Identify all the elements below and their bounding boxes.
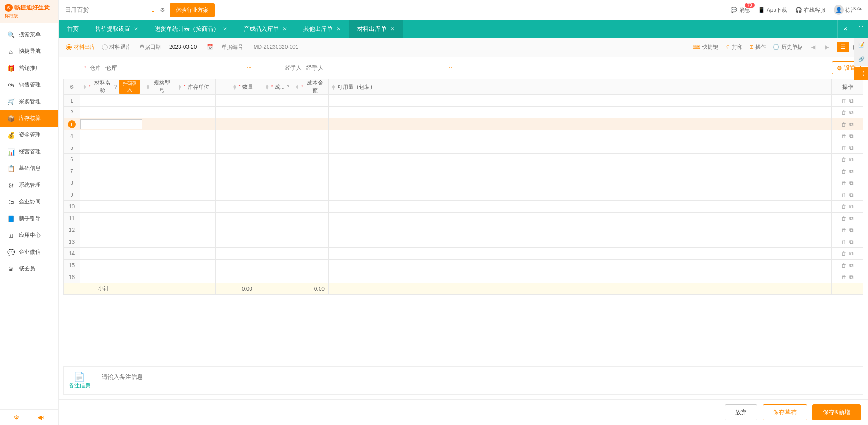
nav-item-12[interactable]: ⊞应用中心 xyxy=(0,227,58,244)
copy-icon[interactable]: ⧉ xyxy=(849,98,854,104)
copy-icon[interactable]: ⧉ xyxy=(849,274,854,280)
discard-button[interactable]: 放弃 xyxy=(725,404,757,420)
rail-link-icon[interactable]: 🔗 xyxy=(854,52,868,66)
col-material[interactable]: ▲▼*材料名称?扫码录入 xyxy=(80,79,143,95)
messages-link[interactable]: 💬 消息 70 xyxy=(731,6,750,14)
radio-material-return[interactable]: 材料退库 xyxy=(102,43,131,51)
user-menu[interactable]: 👤 徐泽华 xyxy=(834,5,862,15)
copy-icon[interactable]: ⧉ xyxy=(849,133,854,139)
nav-item-1[interactable]: ⌂快捷导航 xyxy=(0,43,58,60)
copy-icon[interactable]: ⧉ xyxy=(849,227,854,233)
save-new-button[interactable]: 保存&新增 xyxy=(812,404,861,420)
copy-icon[interactable]: ⧉ xyxy=(849,121,854,128)
rail-expand-icon[interactable]: ⛶ xyxy=(854,67,868,80)
scan-chip[interactable]: 扫码录入 xyxy=(119,80,140,94)
close-icon[interactable]: ✕ xyxy=(134,26,138,32)
col-avail[interactable]: ▲▼可用量（包装） xyxy=(329,79,832,95)
delete-icon[interactable]: 🗑 xyxy=(841,180,847,186)
copy-icon[interactable]: ⧉ xyxy=(849,109,854,116)
col-cost-amt[interactable]: ▲▼*成本金额 xyxy=(292,79,329,95)
close-icon[interactable]: ✕ xyxy=(336,26,341,32)
prev-doc-icon[interactable]: ◀ xyxy=(809,44,817,50)
delete-icon[interactable]: 🗑 xyxy=(841,109,847,116)
add-row-icon[interactable]: + xyxy=(68,120,76,128)
save-draft-button[interactable]: 保存草稿 xyxy=(763,404,807,420)
tab-close-all-icon[interactable]: ✕ xyxy=(837,20,853,38)
remark-input[interactable] xyxy=(95,367,863,394)
copy-icon[interactable]: ⧉ xyxy=(849,203,854,210)
copy-icon[interactable]: ⧉ xyxy=(849,250,854,257)
next-doc-icon[interactable]: ▶ xyxy=(823,44,831,50)
handler-input[interactable] xyxy=(305,62,441,73)
copy-icon[interactable]: ⧉ xyxy=(849,215,854,222)
col-config[interactable]: ⚙ xyxy=(64,79,80,95)
delete-icon[interactable]: 🗑 xyxy=(841,227,847,233)
delete-icon[interactable]: 🗑 xyxy=(841,274,847,280)
close-icon[interactable]: ✕ xyxy=(223,26,227,32)
delete-icon[interactable]: 🗑 xyxy=(841,239,847,245)
nav-item-10[interactable]: 🗂企业协同 xyxy=(0,194,58,210)
delete-icon[interactable]: 🗑 xyxy=(841,215,847,222)
col-qty[interactable]: ▲▼*数量 xyxy=(216,79,256,95)
copy-icon[interactable]: ⧉ xyxy=(849,180,854,186)
delete-icon[interactable]: 🗑 xyxy=(841,203,847,210)
close-icon[interactable]: ✕ xyxy=(283,26,287,32)
tab-3[interactable]: 产成品入库单✕ xyxy=(236,20,295,38)
cta-button[interactable]: 体验行业方案 xyxy=(170,3,215,17)
col-spec[interactable]: ▲▼规格型号 xyxy=(143,79,175,95)
delete-icon[interactable]: 🗑 xyxy=(841,121,847,128)
warehouse-picker-icon[interactable]: ⋯ xyxy=(244,65,255,71)
material-input[interactable] xyxy=(80,119,142,129)
gear-icon[interactable]: ⚙ xyxy=(160,7,165,13)
copy-icon[interactable]: ⧉ xyxy=(849,156,854,163)
support-link[interactable]: 🎧 在线客服 xyxy=(795,6,826,14)
col-unit[interactable]: ▲▼*库存单位 xyxy=(175,79,216,95)
nav-item-3[interactable]: 🛍销售管理 xyxy=(0,76,58,93)
nav-item-0[interactable]: 🔍搜索菜单 xyxy=(0,26,58,43)
nav-item-6[interactable]: 💰资金管理 xyxy=(0,127,58,143)
collapse-icon[interactable]: ◀» xyxy=(38,414,45,420)
category-dropdown[interactable]: 日用百货 ⌄ xyxy=(65,6,156,14)
delete-icon[interactable]: 🗑 xyxy=(841,250,847,257)
tab-5[interactable]: 材料出库单✕ xyxy=(349,20,403,38)
nav-item-8[interactable]: 📋基础信息 xyxy=(0,160,58,177)
nav-item-9[interactable]: ⚙系统管理 xyxy=(0,177,58,194)
history-button[interactable]: 🕘历史单据 xyxy=(773,43,803,51)
warehouse-input[interactable] xyxy=(104,62,240,73)
copy-icon[interactable]: ⧉ xyxy=(849,145,854,151)
copy-icon[interactable]: ⧉ xyxy=(849,262,854,269)
delete-icon[interactable]: 🗑 xyxy=(841,262,847,269)
radio-material-out[interactable]: 材料出库 xyxy=(66,43,95,51)
rail-note-icon[interactable]: 📝 xyxy=(854,38,868,52)
nav-item-13[interactable]: 💬企业微信 xyxy=(0,244,58,260)
date-value[interactable]: 2023-03-20 xyxy=(169,44,197,50)
operation-button[interactable]: ⊞操作 xyxy=(749,43,766,51)
nav-item-7[interactable]: 📊经营管理 xyxy=(0,143,58,160)
col-cost[interactable]: ▲▼*成...? xyxy=(256,79,292,95)
tab-2[interactable]: 进货单统计表（按商品）✕ xyxy=(146,20,236,38)
help-icon[interactable]: ? xyxy=(114,84,117,90)
print-button[interactable]: 🖨打印 xyxy=(725,43,743,51)
shortcut-button[interactable]: ⌨快捷键 xyxy=(693,43,718,51)
settings-icon[interactable]: ⚙ xyxy=(14,414,19,420)
delete-icon[interactable]: 🗑 xyxy=(841,192,847,198)
help-icon[interactable]: ? xyxy=(287,84,289,90)
copy-icon[interactable]: ⧉ xyxy=(849,168,854,175)
nav-item-11[interactable]: 📘新手引导 xyxy=(0,210,58,227)
copy-icon[interactable]: ⧉ xyxy=(849,192,854,198)
nav-item-2[interactable]: 🎁营销推广 xyxy=(0,60,58,76)
nav-item-4[interactable]: 🛒采购管理 xyxy=(0,93,58,110)
delete-icon[interactable]: 🗑 xyxy=(841,133,847,139)
tab-0[interactable]: 首页 xyxy=(59,20,87,38)
copy-icon[interactable]: ⧉ xyxy=(849,239,854,245)
tab-1[interactable]: 售价提取设置✕ xyxy=(87,20,146,38)
tab-4[interactable]: 其他出库单✕ xyxy=(295,20,349,38)
calendar-icon[interactable]: 📅 xyxy=(207,44,213,50)
tab-expand-icon[interactable]: ⛶ xyxy=(853,20,868,38)
view-list-icon[interactable]: ☰ xyxy=(837,42,849,52)
app-download-link[interactable]: 📱 App下载 xyxy=(758,6,787,14)
delete-icon[interactable]: 🗑 xyxy=(841,156,847,163)
handler-picker-icon[interactable]: ⋯ xyxy=(444,65,455,71)
nav-item-14[interactable]: ♛畅会员 xyxy=(0,260,58,277)
delete-icon[interactable]: 🗑 xyxy=(841,168,847,175)
